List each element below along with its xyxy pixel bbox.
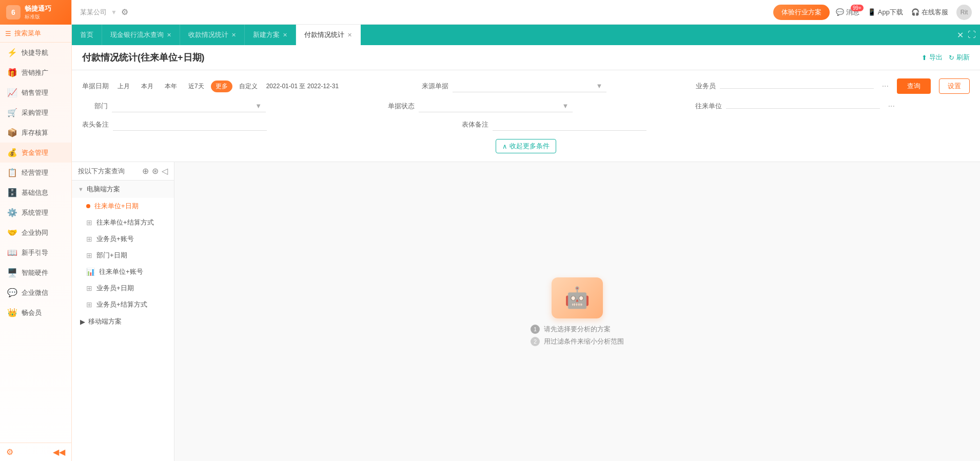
search-button[interactable]: 查询	[897, 78, 931, 94]
tab-new-plan[interactable]: 新建方案✕	[245, 25, 296, 45]
salesman-label: 业务员	[690, 82, 716, 91]
collapse-label: 收起更多条件	[509, 142, 550, 151]
scheme-header-actions: ⊕ ⊛ ◁	[142, 166, 168, 176]
partner-dots[interactable]: ···	[888, 102, 895, 111]
sidebar-item-sales[interactable]: 📈 销售管理	[0, 83, 71, 103]
dept-select[interactable]: ▼	[112, 100, 266, 112]
service-button[interactable]: 🎧 在线客服	[911, 8, 948, 17]
expand-tab-icon[interactable]: ⛶	[968, 30, 976, 39]
more-date-btn[interactable]: 更多	[211, 81, 232, 92]
filter-row-1: 单据日期 上月 本月 本年 近7天 更多 自定义 2022-01-01 至 20…	[82, 78, 970, 94]
collapse-scheme-icon[interactable]: ◁	[162, 166, 168, 176]
partner-select[interactable]	[726, 104, 880, 109]
empty-steps: 1 请先选择要分析的方案 2 用过滤条件来缩小分析范围	[531, 325, 624, 346]
sidebar-item-inventory[interactable]: 📦 库存核算	[0, 123, 71, 143]
tab-home[interactable]: 首页	[72, 25, 102, 45]
scheme-item-label: 部门+日期	[96, 251, 127, 260]
manage-scheme-icon[interactable]: ⊛	[152, 166, 159, 176]
date-filter: 单据日期 上月 本月 本年 近7天 更多 自定义 2022-01-01 至 20…	[82, 81, 339, 92]
tab-label-home: 首页	[80, 30, 93, 39]
source-filter: 来源单据 ▼	[422, 80, 606, 92]
service-label: 在线客服	[922, 8, 948, 17]
notify-button[interactable]: 💬 消息 99+	[836, 8, 859, 17]
topbar-settings-icon[interactable]: ⚙	[121, 7, 128, 17]
last-month-btn[interactable]: 上月	[113, 81, 134, 92]
sidebar-item-system[interactable]: ⚙️ 系统管理	[0, 203, 71, 223]
sidebar-item-cooperation[interactable]: 🤝 企业协同	[0, 223, 71, 243]
sidebar-nav: ⚡ 快捷导航 🎁 营销推广 📈 销售管理 🛒 采购管理 📦 库存核算 💰 资金管…	[0, 43, 71, 443]
sidebar-item-quick-nav[interactable]: ⚡ 快捷导航	[0, 43, 71, 63]
tab-payment-stat[interactable]: 付款情况统计✕	[296, 25, 361, 45]
collapse-conditions-button[interactable]: ∧ 收起更多条件	[496, 139, 556, 153]
header-note-input[interactable]	[113, 118, 267, 131]
scheme-item-salesman-settle[interactable]: ⊞ 业务员+结算方式	[72, 296, 174, 313]
export-button[interactable]: ⬆ 导出	[922, 53, 943, 62]
sidebar-icon-marketing: 🎁	[7, 68, 17, 77]
tab-close-receipt[interactable]: ✕	[231, 32, 236, 38]
page-title: 付款情况统计(往来单位+日期)	[82, 51, 205, 64]
sidebar-item-guide[interactable]: 📖 新手引导	[0, 243, 71, 263]
body-note-input[interactable]	[493, 118, 646, 131]
desktop-group-arrow: ▼	[78, 186, 84, 192]
export-icon: ⬆	[922, 54, 927, 62]
custom-date-btn[interactable]: 自定义	[234, 81, 262, 92]
scheme-item-salesman-account[interactable]: ⊞ 业务员+账号	[72, 231, 174, 247]
this-month-btn[interactable]: 本月	[136, 81, 158, 92]
salesman-dots[interactable]: ···	[882, 82, 889, 91]
mobile-group-label: 移动端方案	[88, 317, 122, 326]
sidebar-label-purchase: 采购管理	[22, 108, 48, 117]
sidebar-label-wechat: 企业微信	[22, 288, 48, 297]
refresh-button[interactable]: ↻ 刷新	[949, 53, 970, 62]
data-display-area: 🤖 1 请先选择要分析的方案 2 用过滤条件来缩小分析范围	[174, 162, 980, 461]
docstatus-select[interactable]: ▼	[419, 100, 573, 112]
close-tab-icon[interactable]: ✕	[957, 30, 964, 40]
tab-close-payment-stat[interactable]: ✕	[347, 32, 352, 38]
page-header: 付款情况统计(往来单位+日期) ⬆ 导出 ↻ 刷新	[72, 45, 980, 70]
tab-close-bank[interactable]: ✕	[167, 32, 171, 38]
salesman-select[interactable]	[720, 84, 874, 89]
app-download-button[interactable]: 📱 App下载	[868, 8, 903, 17]
table-icon: ⊞	[86, 235, 92, 243]
sidebar-icon-cooperation: 🤝	[7, 228, 17, 237]
mobile-group-header[interactable]: ▶ 移动端方案	[72, 313, 174, 330]
scheme-item-partner-date[interactable]: 往来单位+日期	[72, 198, 174, 214]
filter-settings-button[interactable]: 设置	[939, 78, 970, 94]
source-select[interactable]: ▼	[453, 80, 606, 92]
sidebar-icon-sales: 📈	[7, 88, 17, 97]
main-area: 某某公司 ▼ ⚙ 体验行业方案 💬 消息 99+ 📱 App下载 🎧 在线客服 …	[72, 0, 980, 461]
add-scheme-icon[interactable]: ⊕	[142, 166, 149, 176]
logo-area: 6 畅捷通巧 标准版	[0, 0, 71, 25]
scheme-item-salesman-date[interactable]: ⊞ 业务员+日期	[72, 280, 174, 296]
notify-badge: 99+	[851, 5, 864, 11]
last7days-btn[interactable]: 近7天	[184, 81, 209, 92]
sidebar-item-wechat[interactable]: 💬 企业微信	[0, 283, 71, 303]
page-actions: ⬆ 导出 ↻ 刷新	[922, 53, 970, 62]
empty-step-2: 2 用过滤条件来缩小分析范围	[531, 337, 624, 346]
step2-text: 用过滤条件来缩小分析范围	[544, 337, 624, 346]
trial-button[interactable]: 体验行业方案	[773, 5, 830, 20]
sidebar-item-purchase[interactable]: 🛒 采购管理	[0, 103, 71, 123]
settings-icon[interactable]: ⚙	[6, 447, 13, 457]
search-menu-label: 搜索菜单	[14, 29, 41, 38]
scheme-item-dept-date[interactable]: ⊞ 部门+日期	[72, 247, 174, 264]
tab-receipt[interactable]: 收款情况统计✕	[180, 25, 245, 45]
sidebar-item-hardware[interactable]: 🖥️ 智能硬件	[0, 263, 71, 283]
this-year-btn[interactable]: 本年	[160, 81, 182, 92]
scheme-item-partner-settle[interactable]: ⊞ 往来单位+结算方式	[72, 214, 174, 231]
step-num-1: 1	[531, 325, 540, 334]
tab-bank[interactable]: 现金银行流水查询✕	[102, 25, 180, 45]
sidebar-item-marketing[interactable]: 🎁 营销推广	[0, 63, 71, 83]
table-icon: ⊞	[86, 300, 92, 309]
desktop-group-header[interactable]: ▼ 电脑端方案	[72, 181, 174, 198]
scheme-item-partner-account[interactable]: 📊 往来单位+账号	[72, 264, 174, 280]
tab-close-new-plan[interactable]: ✕	[283, 32, 287, 38]
sidebar-label-member: 畅会员	[22, 308, 42, 317]
sidebar-item-finance[interactable]: 💰 资金管理	[0, 143, 71, 163]
collapse-sidebar-icon[interactable]: ◀◀	[53, 447, 65, 457]
sidebar-item-operation[interactable]: 📋 经营管理	[0, 163, 71, 183]
sidebar-item-member[interactable]: 👑 畅会员	[0, 303, 71, 323]
search-menu[interactable]: ☰ 搜索菜单	[0, 25, 71, 43]
sidebar-label-marketing: 营销推广	[22, 68, 48, 77]
sidebar-item-basic[interactable]: 🗄️ 基础信息	[0, 183, 71, 203]
user-avatar[interactable]: Rit	[956, 5, 972, 20]
